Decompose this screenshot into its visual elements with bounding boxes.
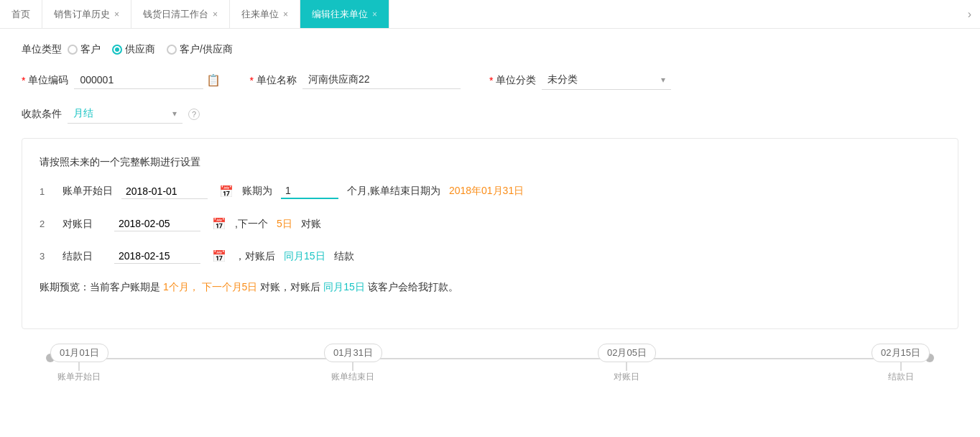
timeline-tick-1: [78, 362, 80, 371]
radio-customer[interactable]: 客户: [68, 43, 101, 56]
timeline-label-1: 账单开始日: [57, 371, 101, 383]
timeline-badge-2: 01月31日: [324, 344, 382, 362]
payment-help-icon[interactable]: ?: [188, 109, 200, 120]
timeline-container: 01月01日 账单开始日 01月31日 账单结束日 02月05日 对账日 02月…: [22, 344, 958, 383]
row-num-1: 1: [40, 186, 54, 197]
timeline-point-3: 02月05日 对账日: [598, 344, 656, 383]
reconcile-date-input[interactable]: [114, 216, 200, 231]
payment-select[interactable]: 月结 ▾: [68, 104, 182, 124]
tab-scroll-arrow[interactable]: ›: [959, 8, 980, 21]
row-label-2: 对账日: [63, 218, 106, 231]
tab-close-sales-history[interactable]: ×: [114, 9, 119, 19]
start-date-input[interactable]: [121, 184, 208, 199]
tab-close-edit-partner[interactable]: ×: [372, 9, 377, 19]
timeline-label-2: 账单结束日: [331, 371, 374, 383]
page-content: 单位类型 客户 供应商 客户/供应商 * 单位编码 📋 * 单位名称: [0, 29, 980, 437]
category-arrow-icon: ▾: [661, 75, 665, 85]
reconcile-date-cal-icon[interactable]: 📅: [212, 217, 226, 231]
payment-row: 收款条件 月结 ▾ ?: [22, 104, 958, 124]
timeline-badge-3: 02月05日: [598, 344, 656, 362]
payment-suffix: 结款: [334, 250, 354, 263]
setting-row-1: 1 账单开始日 📅 账期为 个月,账单结束日期为 2018年01月31日: [40, 183, 940, 199]
preview-part2: 下一个月5日: [202, 281, 258, 293]
start-date-cal-icon[interactable]: 📅: [219, 185, 234, 198]
timeline-tick-4: [900, 362, 902, 371]
name-field-group: * 单位名称: [249, 71, 460, 89]
tab-cash-ledger[interactable]: 钱货日清工作台 ×: [131, 0, 230, 28]
name-label: 单位名称: [256, 74, 297, 87]
radio-customer-supplier[interactable]: 客户/供应商: [167, 43, 233, 56]
timeline-point-4: 02月15日 结款日: [872, 344, 930, 383]
code-field-group: * 单位编码 📋: [22, 71, 221, 89]
category-value: 未分类: [547, 73, 661, 86]
payment-value: 月结: [73, 107, 172, 120]
tab-close-partner[interactable]: ×: [283, 9, 288, 19]
reconcile-highlight: 5日: [277, 218, 292, 231]
preview-label: 账期预览：当前客户账期是: [40, 281, 160, 293]
unit-type-radio-group: 客户 供应商 客户/供应商: [68, 43, 233, 56]
reconcile-prefix: ,下一个: [235, 218, 268, 231]
timeline-tick-3: [626, 362, 627, 371]
payment-arrow-icon: ▾: [172, 109, 177, 119]
tab-sales-history[interactable]: 销售订单历史 ×: [42, 0, 131, 28]
name-input[interactable]: [302, 71, 461, 89]
timeline-tick-2: [352, 362, 353, 371]
timeline-badge-4: 02月15日: [872, 344, 930, 362]
radio-circle-customer-supplier: [167, 45, 177, 55]
payment-highlight: 同月15日: [284, 250, 325, 263]
category-label: 单位分类: [496, 74, 536, 87]
tab-home[interactable]: 首页: [0, 0, 42, 28]
timeline-label-3: 对账日: [614, 371, 639, 383]
preview-middle: 对账，对账后: [260, 281, 320, 293]
tabs-bar: 首页 销售订单历史 × 钱货日清工作台 × 往来单位 × 编辑往来单位 × ›: [0, 0, 980, 29]
code-name-row: * 单位编码 📋 * 单位名称 * 单位分类 未分类 ▾: [22, 70, 958, 90]
payment-date-input[interactable]: [114, 249, 200, 264]
radio-circle-supplier: [112, 45, 122, 55]
preview-text: 账期预览：当前客户账期是 1个月， 下一个月5日 对账，对账后 同月15日 该客…: [40, 281, 940, 294]
preview-part1: 1个月，: [163, 281, 199, 293]
category-dropdown[interactable]: 未分类 ▾: [542, 70, 671, 90]
setting-row-3: 3 结款日 📅 ，对账后 同月15日 结款: [40, 249, 940, 264]
timeline-point-2: 01月31日 账单结束日: [324, 344, 382, 383]
period-input[interactable]: [281, 183, 338, 199]
row-label-3: 结款日: [63, 250, 106, 263]
settings-section: 请按照未来的一个完整帐期进行设置 1 账单开始日 📅 账期为 个月,账单结束日期…: [22, 138, 958, 329]
row-label-1: 账单开始日: [63, 185, 113, 198]
tab-edit-partner[interactable]: 编辑往来单位 ×: [300, 0, 389, 28]
setting-row-2: 2 对账日 📅 ,下一个 5日 对账: [40, 216, 940, 231]
tab-close-cash-ledger[interactable]: ×: [213, 9, 218, 19]
section-title: 请按照未来的一个完整帐期进行设置: [40, 156, 940, 169]
timeline-badge-1: 01月01日: [50, 344, 108, 362]
row-num-3: 3: [40, 251, 54, 262]
timeline-point-1: 01月01日 账单开始日: [50, 344, 108, 383]
payment-date-cal-icon[interactable]: 📅: [212, 249, 226, 263]
radio-circle-customer: [68, 45, 78, 55]
unit-type-row: 单位类型 客户 供应商 客户/供应商: [22, 43, 958, 56]
reconcile-suffix: 对账: [301, 218, 321, 231]
name-required-star: *: [249, 75, 253, 86]
unit-type-label: 单位类型: [22, 43, 62, 56]
payment-label: 收款条件: [22, 108, 62, 121]
period-suffix: 个月,账单结束日期为: [347, 185, 440, 198]
radio-supplier[interactable]: 供应商: [112, 43, 155, 56]
category-required-star: *: [489, 75, 493, 86]
period-prefix: 账期为: [242, 185, 272, 198]
code-input[interactable]: [74, 71, 203, 89]
preview-end: 该客户会给我打款。: [368, 281, 458, 293]
code-calendar-icon[interactable]: 📋: [206, 73, 221, 87]
row-num-2: 2: [40, 218, 54, 229]
tab-partner[interactable]: 往来单位 ×: [230, 0, 300, 28]
code-required-star: *: [22, 75, 25, 86]
payment-prefix: ，对账后: [235, 250, 275, 263]
end-date-highlight: 2018年01月31日: [449, 185, 524, 198]
code-label: 单位编码: [28, 74, 68, 87]
timeline-points: 01月01日 账单开始日 01月31日 账单结束日 02月05日 对账日 02月…: [50, 344, 930, 383]
timeline-label-4: 结款日: [888, 371, 914, 383]
category-field-group: * 单位分类 未分类 ▾: [489, 70, 671, 90]
preview-part3: 同月15日: [323, 281, 365, 293]
